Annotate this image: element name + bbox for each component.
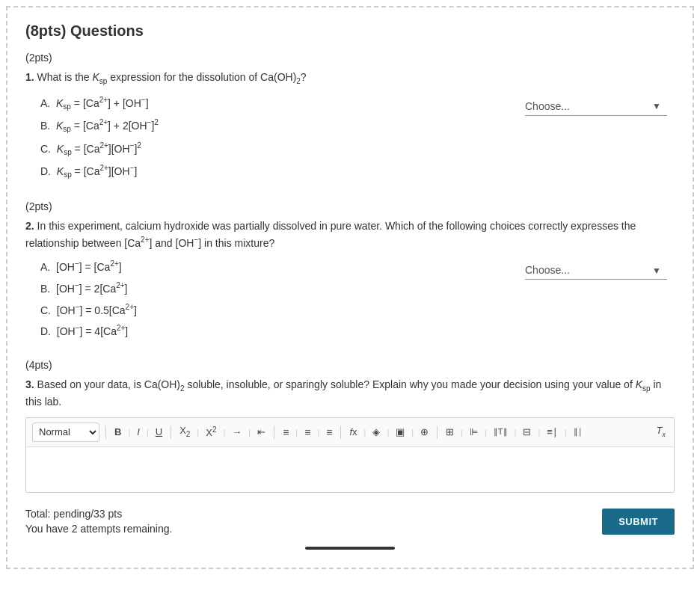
sep-t4: | [538, 428, 540, 437]
bold-button[interactable]: B [112, 426, 123, 438]
question-2-block: (2pts) 2. In this experiment, calcium hy… [25, 200, 675, 344]
subscript-button[interactable]: X2 [177, 424, 192, 440]
divider-5 [437, 426, 438, 439]
divider-3 [274, 426, 274, 439]
table-cell-button[interactable]: ⊟ [521, 426, 533, 438]
q3-pts: (4pts) [25, 359, 675, 371]
page-title: (8pts) Questions [25, 22, 675, 40]
editor-toolbar: Normal Heading 1 Heading 2 Heading 3 B |… [26, 418, 674, 447]
clear-format-button[interactable]: Tx [654, 424, 668, 440]
sep-i: | [147, 428, 149, 437]
sep-l1: | [295, 428, 298, 437]
q2-dropdown-wrapper[interactable]: Choose... A B C D ▼ [525, 261, 675, 280]
table-align-button[interactable]: ≡∣ [544, 426, 560, 438]
sep-arr: | [248, 428, 251, 437]
q1-option-c: C. Ksp = [Ca2+][OH−]2 [40, 140, 159, 158]
sep-t5: | [565, 428, 567, 437]
table-col-button[interactable]: ⊫ [467, 426, 480, 438]
table-button[interactable]: ⊞ [443, 426, 456, 438]
sep-t1: | [461, 428, 463, 437]
q1-option-d: D. Ksp = [Ca2+][OH−] [40, 162, 159, 180]
q1-number: 1. [25, 71, 34, 83]
footer-section: Total: pending/33 pts You have 2 attempt… [25, 508, 675, 535]
quiz-container: (8pts) Questions (2pts) 1. What is the K… [6, 6, 694, 569]
footer-info: Total: pending/33 pts You have 2 attempt… [25, 508, 172, 535]
divider-4 [340, 426, 341, 439]
link-button[interactable]: ⊕ [418, 426, 431, 438]
total-pts-label: Total: pending/33 pts [25, 508, 172, 520]
underline-button[interactable]: U [153, 426, 165, 438]
q2-option-d: D. [OH−] = 4[Ca2+] [40, 322, 137, 340]
q1-options-list: A. Ksp = [Ca2+] + [OH−] B. Ksp = [Ca2+] … [25, 94, 159, 185]
list-unordered-button[interactable]: ≡ [302, 426, 313, 439]
q1-option-a: A. Ksp = [Ca2+] + [OH−] [40, 94, 159, 112]
sep-t2: | [485, 428, 487, 437]
sep-l2: | [317, 428, 319, 437]
question-3-block: (4pts) 3. Based on your data, is Ca(OH)2… [25, 359, 675, 493]
sep-sup: | [223, 428, 225, 437]
superscript-button[interactable]: X2 [203, 425, 218, 439]
sep-sub: | [197, 428, 199, 437]
q2-options-list: A. [OH−] = [Ca2+] B. [OH−] = 2[Ca2+] C. … [25, 258, 137, 344]
q2-option-b: B. [OH−] = 2[Ca2+] [40, 280, 137, 297]
question-1-block: (2pts) 1. What is the Ksp expression for… [25, 52, 675, 185]
table-sort-button[interactable]: ∥∣ [571, 426, 585, 437]
q2-option-a: A. [OH−] = [Ca2+] [40, 258, 137, 275]
editor-wrapper: Normal Heading 1 Heading 2 Heading 3 B |… [25, 417, 675, 493]
scrollbar-indicator [305, 547, 395, 550]
q1-pts: (2pts) [25, 52, 675, 64]
answer-editor: Normal Heading 1 Heading 2 Heading 3 B |… [25, 417, 675, 493]
italic-button[interactable]: I [135, 426, 142, 438]
divider-2 [171, 426, 171, 439]
formula-button[interactable]: fx [347, 426, 359, 438]
table-row-button[interactable]: ∥T∥ [491, 426, 510, 437]
q2-option-c: C. [OH−] = 0.5[Ca2+] [40, 301, 137, 319]
submit-button[interactable]: SUBMIT [602, 509, 675, 535]
q2-options-row: A. [OH−] = [Ca2+] B. [OH−] = 2[Ca2+] C. … [25, 258, 675, 344]
answer-text-area[interactable] [26, 447, 674, 492]
q1-text: 1. What is the Ksp expression for the di… [25, 70, 675, 87]
sep-fx: | [364, 428, 366, 437]
image-button[interactable]: ▣ [393, 426, 407, 438]
sep-t3: | [515, 428, 517, 437]
attempts-label: You have 2 attempts remaining. [25, 523, 172, 535]
q1-options-row: A. Ksp = [Ca2+] + [OH−] B. Ksp = [Ca2+] … [25, 94, 675, 185]
q2-text: 2. In this experiment, calcium hydroxide… [25, 218, 675, 251]
q2-number: 2. [25, 220, 34, 232]
q1-dropdown-wrapper[interactable]: Choose... A B C D ▼ [525, 97, 675, 116]
list-ordered-button[interactable]: ≡ [280, 426, 291, 439]
divider-1 [105, 426, 106, 439]
q3-number: 3. [25, 378, 34, 390]
q2-pts: (2pts) [25, 200, 675, 212]
special-char-button[interactable]: ◈ [370, 426, 382, 438]
list-plain-button[interactable]: ≡ [324, 426, 334, 439]
q1-option-b: B. Ksp = [Ca2+] + 2[OH−]2 [40, 117, 159, 135]
style-select[interactable]: Normal Heading 1 Heading 2 Heading 3 [32, 423, 99, 442]
q1-choose-select[interactable]: Choose... A B C D [525, 97, 667, 116]
indent-button[interactable]: ⇤ [255, 426, 268, 438]
sep-img: | [411, 428, 414, 437]
arrow-button[interactable]: → [230, 426, 244, 438]
q2-choose-select[interactable]: Choose... A B C D [525, 261, 667, 280]
sep-sc: | [387, 428, 389, 437]
q3-text: 3. Based on your data, is Ca(OH)2 solubl… [25, 377, 675, 410]
sep-b: | [128, 428, 130, 437]
